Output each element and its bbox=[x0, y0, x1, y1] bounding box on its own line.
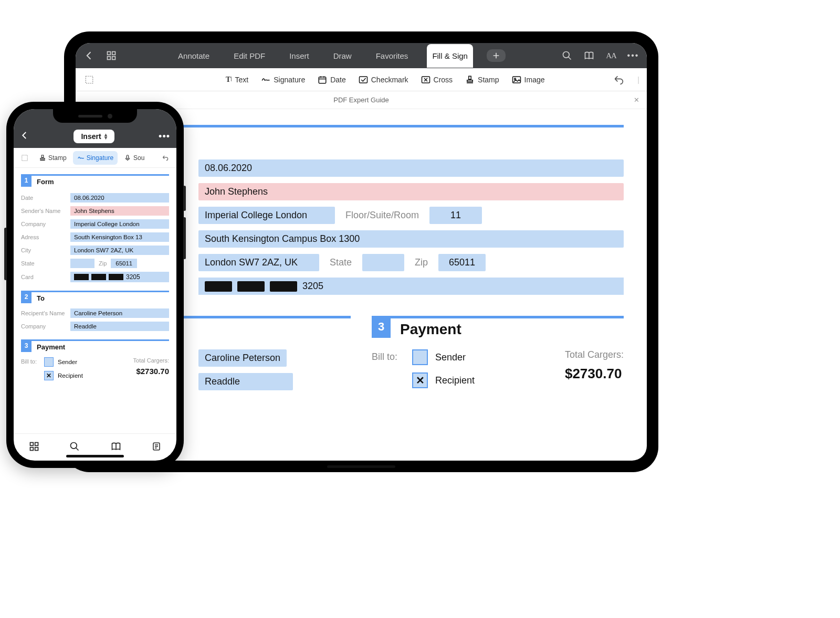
label-floor: Floor/Suite/Room bbox=[345, 210, 419, 221]
tab-edit-pdf[interactable]: Edit PDF bbox=[228, 44, 270, 68]
field-sender[interactable]: John Stephens bbox=[70, 206, 169, 216]
checkbox-recipient[interactable]: ✕ bbox=[412, 372, 428, 388]
field-date[interactable]: 08.06.2020 bbox=[70, 193, 169, 203]
search-icon[interactable] bbox=[69, 441, 80, 454]
tab-insert[interactable]: Insert bbox=[284, 44, 314, 68]
back-icon[interactable] bbox=[20, 131, 29, 143]
label-recipient: Recipent's Name bbox=[21, 310, 66, 316]
checkbox-recipient[interactable]: ✕ bbox=[44, 371, 54, 380]
label-company: Company bbox=[21, 221, 66, 227]
back-icon[interactable] bbox=[83, 49, 96, 62]
text-size-icon[interactable]: AA bbox=[605, 49, 617, 62]
tool-cross[interactable]: Cross bbox=[421, 75, 453, 84]
tool-signature[interactable]: Singature bbox=[73, 151, 118, 165]
svg-rect-21 bbox=[127, 155, 129, 158]
phone-side-button bbox=[183, 186, 186, 211]
field-recipient[interactable]: Caroline Peterson bbox=[70, 308, 169, 318]
section-payment-num: 3 bbox=[372, 316, 391, 338]
field-card[interactable]: 3205 bbox=[198, 278, 624, 295]
tool-checkmark[interactable]: Checkmark bbox=[359, 75, 408, 84]
field-recipient[interactable]: Caroline Peterson bbox=[198, 349, 287, 367]
label-zip: Zip bbox=[415, 257, 428, 268]
thumbnails-icon[interactable] bbox=[29, 441, 39, 454]
select-rect-icon[interactable] bbox=[17, 151, 33, 165]
label-card: Card bbox=[21, 274, 66, 280]
tool-date-label: Date bbox=[330, 76, 346, 84]
search-icon[interactable] bbox=[561, 49, 573, 62]
svg-rect-9 bbox=[86, 76, 93, 83]
mode-selector[interactable]: Insert ▴▾ bbox=[74, 130, 114, 143]
close-icon[interactable]: ✕ bbox=[634, 96, 639, 104]
bill-sender-label: Sender bbox=[435, 352, 466, 363]
field-address[interactable]: South Kensington Campus Box 1300 bbox=[198, 230, 624, 248]
checkbox-sender[interactable] bbox=[44, 357, 54, 367]
total-label: Total Cargers: bbox=[133, 357, 169, 364]
tool-image[interactable]: Image bbox=[512, 75, 545, 84]
tool-stamp[interactable]: Stamp bbox=[35, 151, 71, 165]
label-zip: Zip bbox=[99, 260, 107, 267]
svg-rect-2 bbox=[108, 57, 111, 60]
tool-sound[interactable]: Sou bbox=[120, 151, 149, 165]
field-zip[interactable]: 65011 bbox=[111, 259, 137, 268]
svg-rect-10 bbox=[319, 77, 326, 83]
field-company[interactable]: Imperial College London bbox=[70, 219, 169, 229]
field-sender[interactable]: John Stephens bbox=[198, 183, 624, 200]
field-date[interactable]: 08.06.2020 bbox=[198, 159, 624, 177]
section-payment-num: 3 bbox=[21, 339, 32, 352]
tab-draw[interactable]: Draw bbox=[328, 44, 357, 68]
field-zip[interactable]: 65011 bbox=[438, 254, 486, 271]
phone-toolbar: Stamp Singature Sou bbox=[14, 148, 176, 168]
svg-rect-0 bbox=[108, 52, 111, 55]
reader-icon[interactable] bbox=[583, 49, 595, 62]
field-to-company[interactable]: Readdle bbox=[70, 322, 169, 331]
tool-text[interactable]: T| Text bbox=[226, 76, 248, 84]
card-mask-block bbox=[91, 274, 106, 280]
tool-cross-label: Cross bbox=[434, 76, 453, 84]
field-state[interactable] bbox=[70, 259, 94, 268]
svg-rect-20 bbox=[22, 155, 28, 161]
more-icon[interactable]: ••• bbox=[627, 49, 639, 62]
tool-signature-label: Signature bbox=[274, 76, 305, 84]
field-city[interactable]: London SW7 2AZ, UK bbox=[198, 254, 319, 271]
tab-fill-sign[interactable]: Fill & Sign bbox=[427, 44, 473, 68]
svg-rect-3 bbox=[112, 57, 116, 60]
section-form-num: 1 bbox=[21, 174, 32, 187]
field-card[interactable]: 3205 bbox=[70, 272, 169, 282]
tab-favorites[interactable]: Favorites bbox=[371, 44, 414, 68]
card-mask-block bbox=[237, 281, 265, 292]
more-icon[interactable]: ••• bbox=[159, 131, 170, 142]
reader-icon[interactable] bbox=[110, 441, 122, 454]
thumbnails-icon[interactable] bbox=[105, 49, 118, 62]
field-city[interactable]: London SW7 2AZ, UK bbox=[70, 246, 169, 255]
undo-icon[interactable] bbox=[158, 151, 173, 165]
tab-annotate[interactable]: Annotate bbox=[173, 44, 215, 68]
field-state[interactable] bbox=[362, 254, 404, 271]
tool-stamp[interactable]: Stamp bbox=[465, 75, 499, 84]
card-mask-block bbox=[74, 274, 89, 280]
label-state: State bbox=[21, 260, 66, 267]
label-state: State bbox=[330, 257, 352, 268]
field-company[interactable]: Imperial College London bbox=[198, 207, 335, 224]
svg-rect-25 bbox=[35, 447, 38, 450]
field-floor[interactable]: 11 bbox=[429, 207, 482, 224]
outline-icon[interactable] bbox=[152, 441, 161, 454]
phone-side-button bbox=[4, 228, 7, 280]
checkbox-sender[interactable] bbox=[412, 349, 428, 365]
field-to-company[interactable]: Readdle bbox=[198, 373, 293, 390]
tool-signature[interactable]: Signature bbox=[261, 75, 305, 84]
document-title: PDF Expert Guide bbox=[333, 96, 389, 104]
tablet-toolbar: T| Text Signature Date Checkmark Cross bbox=[76, 68, 647, 91]
card-mask-block bbox=[205, 281, 232, 292]
label-to-company: Company bbox=[21, 323, 66, 329]
undo-icon[interactable] bbox=[612, 73, 625, 86]
section-to-title: To bbox=[37, 293, 45, 302]
add-tab-button[interactable] bbox=[487, 49, 506, 62]
tool-text-label: Text bbox=[235, 76, 249, 84]
field-address[interactable]: South Kensington Box 13 bbox=[70, 232, 169, 242]
tool-date[interactable]: Date bbox=[318, 75, 346, 84]
select-rect-icon[interactable] bbox=[83, 73, 96, 86]
section-form-title: Form bbox=[37, 177, 54, 186]
phone-document-body: 1 Form Date 08.06.2020 Sender's Name Joh… bbox=[14, 168, 176, 433]
svg-rect-22 bbox=[30, 442, 33, 445]
phone-screen: Insert ▴▾ ••• Stamp Singature Sou bbox=[14, 109, 176, 461]
